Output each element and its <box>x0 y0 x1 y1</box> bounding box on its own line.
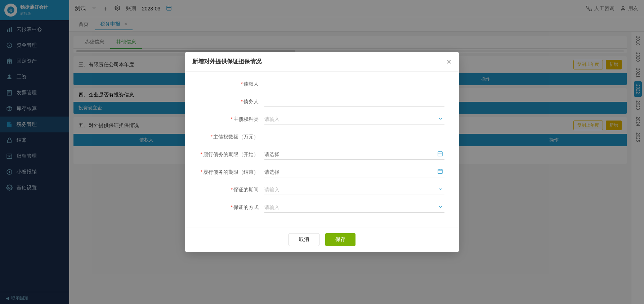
form-input-wrap-debtor <box>264 96 444 107</box>
form-select-wrap-claim-type <box>264 114 444 124</box>
creditor-input[interactable] <box>264 79 444 89</box>
form-label-guarantee-period: *保证的期间 <box>200 187 264 193</box>
claim-amount-input[interactable] <box>264 132 444 142</box>
required-star-claim-type: * <box>231 116 233 122</box>
guarantee-period-input[interactable] <box>264 185 437 195</box>
form-date-wrap-period-start <box>264 149 444 160</box>
form-field-claim-type: *主债权种类 <box>200 114 444 124</box>
dialog-overlay: 新增对外提供保证担保情况 ✕ *债权人 *债务人 <box>0 0 644 304</box>
required-star-guarantee-period: * <box>231 187 233 192</box>
svg-rect-36 <box>438 169 442 174</box>
form-field-claim-amount: *主债权数额（万元） <box>200 132 444 142</box>
form-input-wrap-claim-amount <box>264 132 444 142</box>
period-end-input[interactable] <box>264 167 436 177</box>
dialog-body: *债权人 *债务人 *主债权种类 <box>185 72 459 227</box>
form-field-debtor: *债务人 <box>200 96 444 107</box>
form-field-guarantee-period: *保证的期间 <box>200 185 444 195</box>
guarantee-method-input[interactable] <box>264 202 437 212</box>
form-input-wrap-creditor <box>264 79 444 89</box>
form-field-period-end: *履行债务的期限（结束） <box>200 167 444 177</box>
dialog-footer: 取消 保存 <box>185 227 459 252</box>
guarantee-period-arrow-icon[interactable] <box>437 187 444 193</box>
form-label-claim-amount: *主债权数额（万元） <box>200 134 264 140</box>
required-star-creditor: * <box>241 81 243 87</box>
claim-type-arrow-icon[interactable] <box>437 116 444 122</box>
form-field-guarantee-method: *保证的方式 <box>200 202 444 213</box>
form-label-claim-type: *主债权种类 <box>200 116 264 123</box>
period-start-calendar-icon[interactable] <box>436 151 444 158</box>
form-select-wrap-guarantee-period <box>264 185 444 195</box>
required-star-guarantee-method: * <box>231 204 233 210</box>
required-star-debtor: * <box>241 99 243 104</box>
form-label-debtor: *债务人 <box>200 99 264 105</box>
form-label-guarantee-method: *保证的方式 <box>200 204 264 211</box>
debtor-input[interactable] <box>264 96 444 107</box>
svg-rect-32 <box>438 152 442 156</box>
form-field-creditor: *债权人 <box>200 79 444 89</box>
required-star-period-start: * <box>201 151 202 157</box>
save-button[interactable]: 保存 <box>325 233 355 246</box>
dialog-close-button[interactable]: ✕ <box>446 59 452 65</box>
period-end-calendar-icon[interactable] <box>436 168 444 176</box>
dialog-title: 新增对外提供保证担保情况 <box>192 58 261 65</box>
cancel-button[interactable]: 取消 <box>289 233 319 246</box>
required-star-claim-amount: * <box>211 134 213 140</box>
form-field-period-start: *履行债务的期限（开始） <box>200 149 444 160</box>
form-label-period-start: *履行债务的期限（开始） <box>200 151 264 158</box>
form-select-wrap-guarantee-method <box>264 202 444 213</box>
period-start-input[interactable] <box>264 149 436 159</box>
guarantee-method-arrow-icon[interactable] <box>437 204 444 210</box>
claim-type-input[interactable] <box>264 114 437 124</box>
form-label-period-end: *履行债务的期限（结束） <box>200 169 264 176</box>
dialog-header: 新增对外提供保证担保情况 ✕ <box>185 52 459 72</box>
dialog: 新增对外提供保证担保情况 ✕ *债权人 *债务人 <box>185 52 459 252</box>
form-label-creditor: *债权人 <box>200 81 264 87</box>
form-date-wrap-period-end <box>264 167 444 177</box>
required-star-period-end: * <box>201 169 202 175</box>
